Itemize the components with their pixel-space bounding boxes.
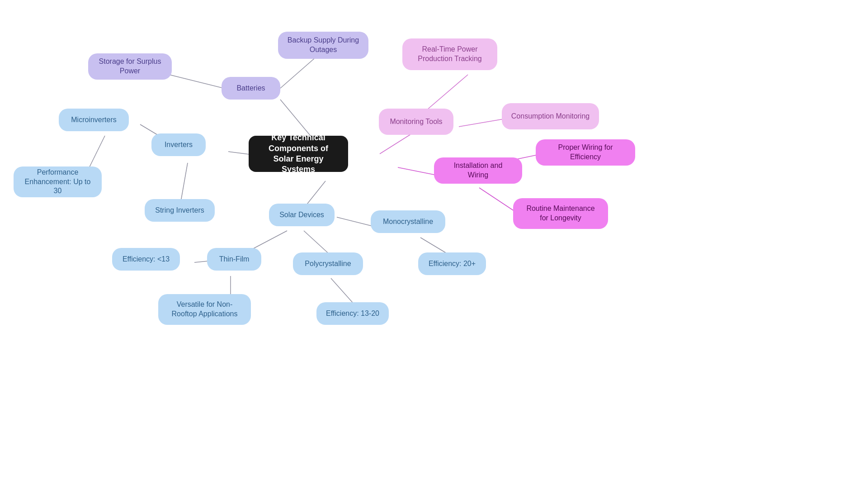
efficiency-20-node[interactable]: Efficiency: 20+ xyxy=(418,252,486,275)
inverters-node[interactable]: Inverters xyxy=(151,133,206,156)
batteries-node[interactable]: Batteries xyxy=(222,77,280,100)
svg-line-6 xyxy=(181,163,188,201)
performance-node[interactable]: Performance Enhancement: Up to 30 xyxy=(14,167,102,197)
thin-film-node[interactable]: Thin-Film xyxy=(207,248,261,271)
efficiency-1320-node[interactable]: Efficiency: 13-20 xyxy=(316,302,389,325)
monitoring-tools-node[interactable]: Monitoring Tools xyxy=(379,109,453,135)
proper-wiring-node[interactable]: Proper Wiring for Efficiency xyxy=(536,139,635,166)
microinverters-node[interactable]: Microinverters xyxy=(59,109,129,131)
consumption-monitoring-node[interactable]: Consumption Monitoring xyxy=(502,103,599,129)
storage-node[interactable]: Storage for Surplus Power xyxy=(88,53,172,80)
routine-maintenance-node[interactable]: Routine Maintenance for Longevity xyxy=(513,198,608,229)
versatile-node[interactable]: Versatile for Non-Rooftop Applications xyxy=(158,294,251,325)
svg-line-20 xyxy=(479,188,515,212)
svg-line-18 xyxy=(398,167,436,175)
polycrystalline-node[interactable]: Polycrystalline xyxy=(293,252,363,275)
center-node: Key Technical Components of Solar Energy… xyxy=(249,136,348,172)
backup-node[interactable]: Backup Supply During Outages xyxy=(278,32,368,59)
realtime-tracking-node[interactable]: Real-Time Power Production Tracking xyxy=(402,38,497,70)
svg-line-13 xyxy=(337,217,373,226)
svg-line-17 xyxy=(459,119,506,127)
svg-line-11 xyxy=(304,231,331,256)
string-inverters-node[interactable]: String Inverters xyxy=(145,199,215,222)
monocrystalline-node[interactable]: Monocrystalline xyxy=(371,210,445,233)
efficiency-13-node[interactable]: Efficiency: <13 xyxy=(112,248,180,271)
installation-wiring-node[interactable]: Installation and Wiring xyxy=(434,157,522,184)
solar-devices-node[interactable]: Solar Devices xyxy=(269,204,335,226)
svg-line-5 xyxy=(88,136,105,170)
